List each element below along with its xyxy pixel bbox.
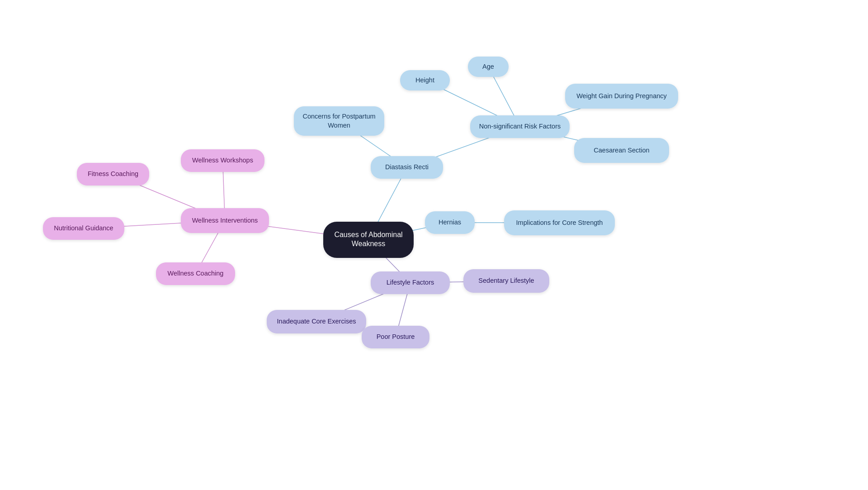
node-caesarean[interactable]: Caesarean Section [574, 138, 669, 163]
node-label-wellness-line0: Wellness Interventions [192, 217, 258, 224]
node-fitness[interactable]: Fitness Coaching [77, 163, 149, 186]
node-age[interactable]: Age [468, 57, 509, 77]
node-label-non_significant-line0: Non-significant Risk Factors [479, 123, 561, 130]
node-lifestyle[interactable]: Lifestyle Factors [371, 271, 450, 294]
node-label-lifestyle-line0: Lifestyle Factors [387, 279, 434, 286]
node-non_significant[interactable]: Non-significant Risk Factors [470, 115, 570, 138]
node-label-inadequate-line0: Inadequate Core Exercises [277, 318, 356, 325]
node-label-age-line0: Age [482, 63, 494, 70]
node-rect-postpartum [294, 106, 384, 136]
node-inadequate[interactable]: Inadequate Core Exercises [267, 310, 366, 333]
node-label-fitness-line0: Fitness Coaching [88, 170, 138, 177]
node-label-nutritional-line0: Nutritional Guidance [54, 224, 113, 232]
node-height[interactable]: Height [400, 70, 450, 90]
node-label-postpartum-line0: Concerns for Postpartum [302, 113, 375, 120]
node-center[interactable]: Causes of AbdominalWeakness [323, 222, 414, 258]
node-postpartum[interactable]: Concerns for PostpartumWomen [294, 106, 384, 136]
node-label-center-line1: Weakness [352, 240, 385, 247]
node-label-center-line0: Causes of Abdominal [334, 231, 402, 238]
node-label-height-line0: Height [415, 76, 434, 84]
node-wellness_coaching[interactable]: Wellness Coaching [156, 262, 235, 285]
node-hernias[interactable]: Hernias [425, 211, 475, 234]
node-poor_posture[interactable]: Poor Posture [362, 326, 429, 348]
node-diastasis[interactable]: Diastasis Recti [371, 156, 443, 179]
node-label-poor_posture-line0: Poor Posture [377, 333, 415, 340]
node-label-workshops-line0: Wellness Workshops [192, 157, 253, 164]
node-workshops[interactable]: Wellness Workshops [181, 149, 264, 172]
mindmap-canvas: Causes of AbdominalWeaknessDiastasis Rec… [0, 0, 868, 490]
node-label-weight_gain-line0: Weight Gain During Pregnancy [576, 92, 667, 100]
node-label-sedentary-line0: Sedentary Lifestyle [478, 277, 534, 284]
node-label-postpartum-line1: Women [328, 122, 350, 129]
node-label-caesarean-line0: Caesarean Section [594, 147, 649, 154]
node-label-hernias-line0: Hernias [439, 219, 461, 226]
node-label-diastasis-line0: Diastasis Recti [385, 163, 429, 171]
node-core_strength[interactable]: Implications for Core Strength [504, 210, 615, 235]
node-sedentary[interactable]: Sedentary Lifestyle [463, 269, 549, 293]
node-wellness[interactable]: Wellness Interventions [181, 208, 269, 233]
node-nutritional[interactable]: Nutritional Guidance [43, 217, 124, 240]
node-weight_gain[interactable]: Weight Gain During Pregnancy [565, 84, 678, 109]
node-label-core_strength-line0: Implications for Core Strength [516, 219, 603, 226]
node-label-wellness_coaching-line0: Wellness Coaching [168, 270, 224, 277]
